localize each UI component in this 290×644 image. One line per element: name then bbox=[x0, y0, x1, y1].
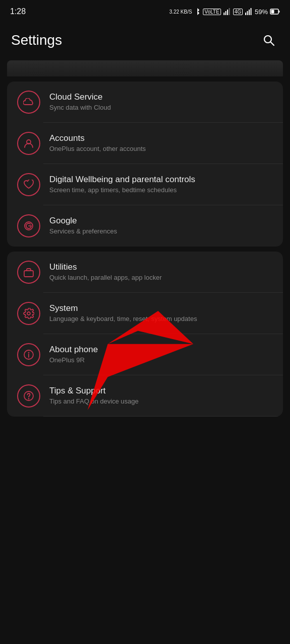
settings-card-1: Cloud Service Sync data with Cloud Accou… bbox=[7, 82, 283, 247]
accounts-text: Accounts OnePlus account, other accounts bbox=[49, 133, 273, 153]
settings-item-google[interactable]: Google Services & preferences bbox=[7, 205, 283, 247]
settings-item-tips-support[interactable]: Tips & Support Tips and FAQ on device us… bbox=[7, 375, 283, 417]
signal2-icon bbox=[245, 8, 253, 16]
annotation-arrow bbox=[7, 252, 283, 417]
settings-item-about-phone[interactable]: About phone OnePlus 9R bbox=[7, 334, 283, 375]
page-header: Settings bbox=[0, 22, 290, 60]
about-phone-text: About phone OnePlus 9R bbox=[49, 345, 273, 365]
accounts-icon-circle bbox=[17, 132, 40, 155]
about-phone-title: About phone bbox=[49, 345, 273, 355]
system-title: System bbox=[49, 303, 273, 313]
cloud-service-icon-circle bbox=[17, 91, 40, 114]
svg-rect-0 bbox=[224, 13, 225, 15]
settings-item-cloud-service[interactable]: Cloud Service Sync data with Cloud bbox=[7, 82, 283, 123]
utilities-subtitle: Quick launch, parallel apps, app locker bbox=[49, 274, 273, 282]
search-button[interactable] bbox=[259, 30, 279, 50]
settings-card-2: Utilities Quick launch, parallel apps, a… bbox=[7, 252, 283, 417]
about-phone-icon-circle bbox=[17, 343, 40, 366]
page-title: Settings bbox=[11, 32, 62, 48]
network-speed: 3.22 KB/S bbox=[169, 9, 192, 15]
google-icon bbox=[23, 220, 34, 231]
svg-rect-9 bbox=[279, 11, 280, 13]
battery-icon bbox=[270, 8, 280, 16]
status-bar: 1:28 3.22 KB/S VoLTE 4G 59% bbox=[0, 0, 290, 22]
utilities-text: Utilities Quick launch, parallel apps, a… bbox=[49, 262, 273, 282]
svg-rect-7 bbox=[250, 8, 251, 15]
search-icon bbox=[262, 34, 275, 47]
settings-item-utilities[interactable]: Utilities Quick launch, parallel apps, a… bbox=[7, 252, 283, 293]
svg-rect-6 bbox=[249, 10, 250, 15]
status-time: 1:28 bbox=[10, 7, 26, 16]
about-phone-subtitle: OnePlus 9R bbox=[49, 356, 273, 365]
svg-point-19 bbox=[29, 353, 29, 353]
cloud-icon bbox=[23, 98, 34, 106]
status-icons: 3.22 KB/S VoLTE 4G 59% bbox=[169, 8, 280, 16]
network-type-icon: 4G bbox=[233, 9, 243, 15]
volte-icon: VoLTE bbox=[203, 9, 221, 15]
tips-support-subtitle: Tips and FAQ on device usage bbox=[49, 397, 273, 406]
svg-line-12 bbox=[271, 42, 274, 46]
person-icon bbox=[24, 138, 34, 148]
digital-wellbeing-icon-circle bbox=[17, 173, 40, 196]
digital-wellbeing-title: Digital Wellbeing and parental controls bbox=[49, 175, 273, 185]
gear-icon bbox=[23, 308, 34, 319]
utilities-title: Utilities bbox=[49, 262, 273, 272]
svg-point-20 bbox=[24, 391, 33, 400]
svg-rect-2 bbox=[227, 10, 228, 15]
tips-support-text: Tips & Support Tips and FAQ on device us… bbox=[49, 386, 273, 406]
settings-item-system[interactable]: System Language & keyboard, time, reset,… bbox=[7, 293, 283, 334]
google-text: Google Services & preferences bbox=[49, 216, 273, 236]
tips-support-icon-circle bbox=[17, 384, 40, 408]
google-subtitle: Services & preferences bbox=[49, 227, 273, 236]
svg-rect-15 bbox=[24, 271, 33, 277]
battery-percentage: 59% bbox=[255, 8, 268, 16]
bluetooth-icon bbox=[194, 8, 201, 16]
svg-rect-10 bbox=[271, 10, 274, 14]
question-icon bbox=[23, 390, 34, 401]
system-text: System Language & keyboard, time, reset,… bbox=[49, 303, 273, 324]
svg-rect-5 bbox=[247, 11, 248, 15]
heart-icon bbox=[23, 180, 34, 190]
settings-item-digital-wellbeing[interactable]: Digital Wellbeing and parental controls … bbox=[7, 164, 283, 205]
tips-support-title: Tips & Support bbox=[49, 386, 273, 396]
google-title: Google bbox=[49, 216, 273, 226]
accounts-title: Accounts bbox=[49, 133, 273, 143]
accounts-subtitle: OnePlus account, other accounts bbox=[49, 145, 273, 153]
utilities-icon-circle bbox=[17, 261, 40, 284]
svg-point-21 bbox=[29, 398, 29, 399]
svg-marker-22 bbox=[88, 344, 193, 410]
scroll-hint bbox=[7, 60, 283, 76]
svg-marker-23 bbox=[108, 311, 193, 344]
settings-item-accounts[interactable]: Accounts OnePlus account, other accounts bbox=[7, 123, 283, 164]
google-icon-circle bbox=[17, 214, 40, 237]
digital-wellbeing-subtitle: Screen time, app timers, bedtime schedul… bbox=[49, 186, 273, 195]
svg-rect-1 bbox=[225, 11, 226, 15]
svg-point-17 bbox=[24, 350, 33, 359]
svg-point-16 bbox=[27, 312, 30, 315]
system-subtitle: Language & keyboard, time, reset, system… bbox=[49, 315, 273, 324]
info-icon bbox=[23, 349, 34, 360]
briefcase-icon bbox=[23, 267, 34, 277]
svg-rect-4 bbox=[245, 13, 246, 15]
cloud-service-text: Cloud Service Sync data with Cloud bbox=[49, 92, 273, 112]
cloud-service-title: Cloud Service bbox=[49, 92, 273, 102]
system-icon-circle bbox=[17, 302, 40, 325]
svg-rect-3 bbox=[229, 8, 230, 15]
cloud-service-subtitle: Sync data with Cloud bbox=[49, 104, 273, 112]
signal-icon bbox=[223, 8, 231, 16]
digital-wellbeing-text: Digital Wellbeing and parental controls … bbox=[49, 175, 273, 195]
